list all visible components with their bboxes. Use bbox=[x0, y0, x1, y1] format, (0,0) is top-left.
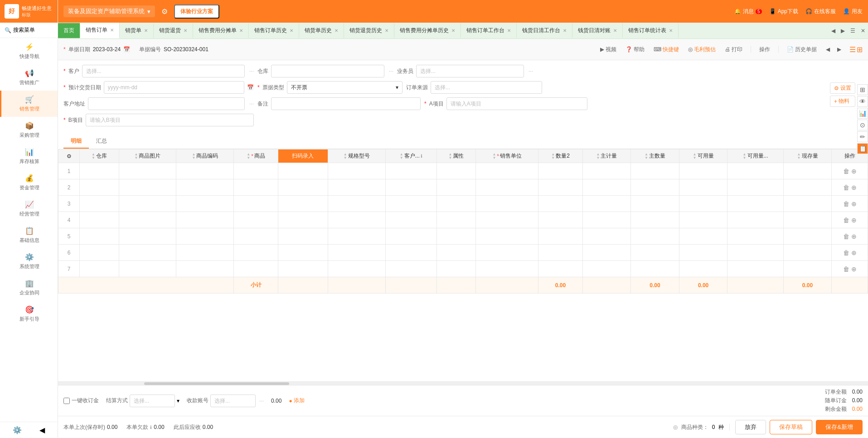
tab-daily-reconcile[interactable]: 钱货日清对账 ✕ bbox=[572, 23, 623, 38]
row-1-unit[interactable] bbox=[476, 163, 538, 179]
calendar-icon[interactable]: 📅 bbox=[123, 46, 130, 53]
tab-sales-slip-history[interactable]: 销货单历史 ✕ bbox=[299, 23, 344, 38]
salesperson-input[interactable] bbox=[416, 65, 524, 77]
row-1-attr[interactable] bbox=[436, 163, 475, 179]
tab-close-sales-order[interactable]: ✕ bbox=[110, 28, 114, 33]
search-menu[interactable]: 🔍 搜索菜单 bbox=[0, 23, 58, 38]
row-4-delete[interactable]: 🗑 bbox=[843, 217, 849, 224]
warehouse-input[interactable]: 成品库 bbox=[271, 65, 384, 77]
list-view-icon[interactable]: ☰ bbox=[849, 45, 856, 54]
tab-expense-history[interactable]: 销售费用分摊单历史 ✕ bbox=[394, 23, 461, 38]
settings-button[interactable]: ⚙ 设置 bbox=[830, 82, 855, 94]
grid-view-icon[interactable]: ⊞ bbox=[857, 45, 863, 54]
scroll-bar[interactable] bbox=[58, 381, 868, 385]
tab-close-daily-workbench[interactable]: ✕ bbox=[563, 28, 567, 33]
user-menu[interactable]: 👤 用友 bbox=[843, 8, 863, 15]
tab-close-all[interactable]: ✕ bbox=[858, 24, 868, 38]
row-1-product[interactable] bbox=[234, 163, 278, 179]
tab-close-sales-summary[interactable]: ✕ bbox=[669, 28, 673, 33]
operation-btn[interactable]: 操作 bbox=[756, 45, 773, 54]
account-input[interactable] bbox=[210, 395, 256, 407]
row-2-copy[interactable]: ⊕ bbox=[851, 184, 857, 191]
tab-close-sales-expense[interactable]: ✕ bbox=[239, 28, 243, 33]
help-btn[interactable]: ❓ 帮助 bbox=[623, 45, 647, 54]
add-payment-btn[interactable]: ● 添加 bbox=[289, 397, 304, 404]
row-5-copy[interactable]: ⊕ bbox=[851, 233, 857, 240]
row-1-delete[interactable]: 🗑 bbox=[843, 168, 849, 175]
th-scan[interactable]: 扫码录入 bbox=[278, 149, 328, 163]
calendar2-icon[interactable]: 📅 bbox=[247, 84, 254, 91]
tab-sales-slip[interactable]: 销货单 ✕ bbox=[120, 23, 154, 38]
next-record[interactable]: ▶ bbox=[834, 43, 844, 56]
tab-close-expense-history[interactable]: ✕ bbox=[451, 28, 455, 33]
save-new-button[interactable]: 保存&新增 bbox=[816, 420, 863, 434]
sidebar-item-guide[interactable]: 🎯 新手引导 bbox=[0, 301, 58, 327]
th-gear[interactable]: ⚙ bbox=[58, 149, 80, 163]
float-btn-4[interactable]: ⊙ bbox=[857, 120, 868, 130]
tab-sales-expense[interactable]: 销售费用分摊单 ✕ bbox=[193, 23, 249, 38]
one-click-checkbox[interactable] bbox=[63, 398, 70, 404]
float-btn-2[interactable]: 👁 bbox=[857, 96, 868, 107]
row-3-copy[interactable]: ⊕ bbox=[851, 200, 857, 207]
tab-return-history[interactable]: 销货退货历史 ✕ bbox=[344, 23, 394, 38]
history-btn[interactable]: 📄 历史单据 bbox=[784, 45, 820, 54]
tab-summary[interactable]: 汇总 bbox=[89, 135, 114, 149]
row-1-qty2[interactable] bbox=[538, 163, 583, 179]
tab-close-sales-slip[interactable]: ✕ bbox=[144, 28, 148, 33]
warehouse-more-icon[interactable]: ··· bbox=[389, 68, 393, 74]
tab-close-daily-reconcile[interactable]: ✕ bbox=[613, 28, 617, 33]
shortcut-btn[interactable]: ⌨ 快捷键 bbox=[651, 45, 682, 54]
row-5-delete[interactable]: 🗑 bbox=[843, 233, 849, 240]
tab-sales-return[interactable]: 销货退货 ✕ bbox=[154, 23, 193, 38]
tab-sales-order-history[interactable]: 销售订单历史 ✕ bbox=[249, 23, 299, 38]
account-more-icon[interactable]: ··· bbox=[259, 398, 264, 404]
salesperson-more-icon[interactable]: ··· bbox=[529, 68, 533, 74]
tab-sales-summary[interactable]: 销售订单统计表 ✕ bbox=[623, 23, 679, 38]
row-1-code[interactable] bbox=[176, 163, 234, 179]
addr-more-icon[interactable]: ··· bbox=[249, 101, 254, 107]
settlement-input[interactable] bbox=[130, 395, 175, 407]
row-2-delete[interactable]: 🗑 bbox=[843, 184, 849, 191]
solution-button[interactable]: 体验行业方案 bbox=[174, 5, 219, 19]
app-download[interactable]: 📱 App下载 bbox=[769, 8, 798, 15]
float-btn-6[interactable]: 📋 bbox=[857, 143, 868, 154]
profit-btn[interactable]: ◎ 毛利预估 bbox=[685, 45, 718, 54]
row-3-delete[interactable]: 🗑 bbox=[843, 200, 849, 207]
order-source-input[interactable] bbox=[431, 81, 542, 94]
invoice-select[interactable]: 不开票 ▾ bbox=[287, 81, 402, 94]
sidebar-item-finance[interactable]: 💰 资金管理 bbox=[0, 169, 58, 196]
print-btn[interactable]: 🖨 打印 bbox=[722, 45, 745, 54]
b-project-input[interactable] bbox=[86, 114, 254, 126]
notifications[interactable]: 🔔 消息 5 bbox=[734, 8, 762, 15]
settings-icon[interactable]: ⚙️ bbox=[13, 426, 22, 434]
sidebar-item-marketing[interactable]: 📢 营销推广 bbox=[0, 64, 58, 91]
prev-record[interactable]: ◀ bbox=[823, 43, 833, 56]
save-draft-button[interactable]: 保存草稿 bbox=[770, 420, 812, 434]
row-1-main-unit[interactable] bbox=[582, 163, 631, 179]
sidebar-item-purchase[interactable]: 📦 采购管理 bbox=[0, 117, 58, 143]
tab-close-order-workbench[interactable]: ✕ bbox=[507, 28, 511, 33]
customer-addr-input[interactable] bbox=[88, 97, 245, 110]
tab-home[interactable]: 首页 bbox=[58, 23, 80, 38]
tab-order-workbench[interactable]: 销售订单工作台 ✕ bbox=[461, 23, 517, 38]
settlement-dropdown[interactable]: ▾ bbox=[177, 398, 179, 404]
row-1-available[interactable] bbox=[679, 163, 727, 179]
delivery-input[interactable] bbox=[104, 81, 244, 94]
row-1-spec[interactable] bbox=[328, 163, 385, 179]
video-btn[interactable]: ▶ 视频 bbox=[597, 45, 619, 54]
tab-close-return-history[interactable]: ✕ bbox=[385, 28, 388, 33]
row-1-warehouse[interactable] bbox=[80, 163, 119, 179]
float-btn-5[interactable]: ✏ bbox=[857, 131, 868, 142]
scroll-thumb[interactable] bbox=[144, 382, 289, 385]
customer-input[interactable] bbox=[82, 65, 245, 77]
float-btn-3[interactable]: 📊 bbox=[857, 108, 868, 119]
add-material-button[interactable]: + 物料 bbox=[830, 96, 855, 107]
customer-more-icon[interactable]: ··· bbox=[249, 68, 254, 74]
tab-sales-order[interactable]: 销售订单 ✕ bbox=[80, 23, 120, 39]
sidebar-item-enterprise[interactable]: 🏢 企业协同 bbox=[0, 274, 58, 301]
topbar-gear-icon[interactable]: ⚙ bbox=[160, 5, 170, 18]
collapse-icon[interactable]: ◀ bbox=[39, 426, 45, 434]
tab-detail[interactable]: 明细 bbox=[63, 135, 89, 149]
tab-close-slip-history[interactable]: ✕ bbox=[335, 28, 338, 33]
row-1-stock[interactable] bbox=[783, 163, 832, 179]
